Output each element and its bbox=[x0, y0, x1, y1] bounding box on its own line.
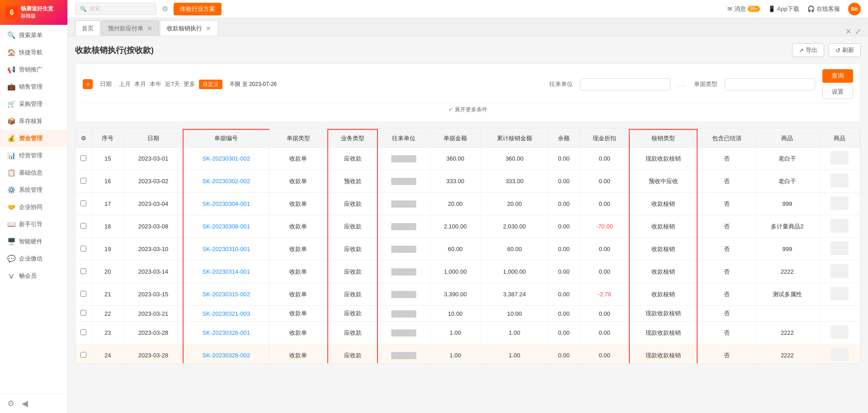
sidebar-item-sales[interactable]: 💼销售管理 bbox=[0, 78, 67, 95]
sidebar-item-vip[interactable]: V畅会员 bbox=[0, 267, 67, 285]
col-bill-type-header: 单据类型 bbox=[269, 129, 327, 147]
sidebar-item-wechat[interactable]: 💬企业微信 bbox=[0, 250, 67, 267]
sidebar-item-hardware[interactable]: 🖥️智能硬件 bbox=[0, 233, 67, 250]
tab-prepay[interactable]: 预付款应付单 ✕ bbox=[101, 20, 159, 36]
sidebar-item-system[interactable]: ⚙️系统管理 bbox=[0, 181, 67, 199]
cell-include-settled: 否 bbox=[697, 261, 755, 283]
message-button[interactable]: ✉ 消息 99+ bbox=[727, 5, 760, 13]
tab-close-all-icon[interactable]: ✕ bbox=[845, 27, 851, 36]
cell-include-settled: 否 bbox=[697, 193, 755, 215]
sidebar-item-operation[interactable]: 📊经营管理 bbox=[0, 147, 67, 164]
tab-collection-close-icon[interactable]: ✕ bbox=[206, 25, 211, 32]
global-search[interactable]: 🔍 搜索... bbox=[75, 3, 156, 15]
headset-icon: 🎧 bbox=[807, 5, 815, 12]
cell-biz-type: 应收款 bbox=[328, 261, 378, 283]
date-curr-year[interactable]: 本年 bbox=[150, 80, 161, 88]
sidebar-item-finance[interactable]: 💰资金管理 bbox=[0, 130, 67, 147]
online-service-button[interactable]: 🎧 在线客服 bbox=[807, 5, 840, 13]
cell-biz-type: 应收款 bbox=[328, 322, 378, 344]
collapse-icon[interactable]: ◀ bbox=[22, 399, 28, 408]
sidebar-item-marketing[interactable]: 📢营销推广 bbox=[0, 61, 67, 78]
date-prev-month[interactable]: 上月 bbox=[119, 80, 131, 88]
app-logo: 6 畅康道好生意 标推版 bbox=[0, 0, 67, 25]
guide-icon: 📖 bbox=[7, 220, 15, 228]
cell-cancel-type: 收款核销 bbox=[629, 193, 697, 215]
query-button[interactable]: 查询 bbox=[822, 69, 853, 83]
filter-more-dots[interactable]: ... bbox=[678, 81, 687, 88]
tab-prepay-close-icon[interactable]: ✕ bbox=[147, 25, 152, 32]
cell-bill-type: 收款单 bbox=[269, 238, 327, 261]
col-goods-header: 商品 bbox=[756, 129, 819, 147]
date-more[interactable]: 更多 bbox=[184, 80, 195, 88]
cell-checkbox[interactable] bbox=[75, 306, 92, 322]
phone-icon: 📱 bbox=[768, 5, 775, 12]
filter-setting-button[interactable]: 设置 bbox=[822, 85, 853, 99]
cell-partner: ██████ bbox=[377, 238, 429, 261]
bill-type-select[interactable]: 收款单 红字收款单 bbox=[725, 78, 815, 90]
cell-checkbox[interactable] bbox=[75, 215, 92, 238]
table-body: 15 2023-03-01 SK-20230301-002 收款单 应收款 ██… bbox=[75, 147, 860, 364]
sidebar-item-inventory[interactable]: 📦库存核算 bbox=[0, 113, 67, 130]
settings-icon[interactable]: ⚙ bbox=[7, 399, 14, 408]
cell-no: 24 bbox=[92, 344, 123, 364]
page-title-bar: 收款核销执行(按收款) ↗ 导出 ↺ 刷新 bbox=[75, 43, 861, 57]
cell-bill-type: 收款单 bbox=[269, 306, 327, 322]
col-settings-header[interactable]: ⚙ bbox=[75, 129, 92, 147]
table-row: 15 2023-03-01 SK-20230301-002 收款单 应收款 ██… bbox=[75, 147, 860, 170]
cell-goods2 bbox=[819, 261, 860, 283]
cell-checkbox[interactable] bbox=[75, 283, 92, 306]
filter-toggle-button[interactable]: » bbox=[83, 79, 93, 89]
cell-balance: 0.00 bbox=[548, 283, 580, 306]
expand-conditions-button[interactable]: ✓ 展开更多条件 bbox=[83, 103, 853, 116]
cell-no: 19 bbox=[92, 238, 123, 261]
cell-partner: ██████ bbox=[377, 215, 429, 238]
date-custom-button[interactable]: 自定义 bbox=[199, 80, 222, 89]
cell-goods2 bbox=[819, 193, 860, 215]
sidebar-item-guide[interactable]: 📖新手引导 bbox=[0, 216, 67, 233]
user-avatar[interactable]: Rit bbox=[848, 3, 861, 15]
tab-maximize-icon[interactable]: ⤢ bbox=[855, 27, 861, 36]
cell-goods: 999 bbox=[756, 193, 819, 215]
cell-goods2 bbox=[819, 283, 860, 306]
cell-bill-amount: 1.00 bbox=[429, 344, 481, 364]
cell-checkbox[interactable] bbox=[75, 238, 92, 261]
page-title: 收款核销执行(按收款) bbox=[75, 45, 154, 56]
cell-checkbox[interactable] bbox=[75, 147, 92, 170]
cell-checkbox[interactable] bbox=[75, 261, 92, 283]
cell-checkbox[interactable] bbox=[75, 344, 92, 364]
message-icon: ✉ bbox=[727, 5, 732, 12]
cell-bill-no: SK-20230328-001 bbox=[183, 322, 269, 344]
table-row: 20 2023-03-14 SK-20230314-001 收款单 应收款 ██… bbox=[75, 261, 860, 283]
cell-biz-type: 应收款 bbox=[328, 193, 378, 215]
data-table: ⚙ 序号 日期 单据编号 单据类型 业务类型 往来单位 单据金额 累计核销金额 … bbox=[75, 129, 860, 364]
main-area: 🔍 搜索... ⚙ 体验行业方案 ✉ 消息 99+ 📱 App下载 🎧 在线客服… bbox=[68, 0, 868, 413]
sidebar-item-purchase[interactable]: 🛒采购管理 bbox=[0, 95, 67, 113]
partner-filter-input[interactable] bbox=[580, 78, 670, 90]
cell-cash-discount: 0.00 bbox=[580, 193, 629, 215]
refresh-button[interactable]: ↺ 刷新 bbox=[829, 43, 861, 57]
tab-home[interactable]: 首页 bbox=[75, 20, 100, 36]
filter-row-1: » 日期 上月 本月 本年 近7天 更多 自定义 不限 至 2023-07-26… bbox=[83, 69, 853, 99]
solution-button[interactable]: 体验行业方案 bbox=[174, 3, 222, 15]
cell-checkbox[interactable] bbox=[75, 170, 92, 193]
cell-date: 2023-03-04 bbox=[123, 193, 183, 215]
cell-cancel-type: 收款核销 bbox=[629, 215, 697, 238]
date-7days[interactable]: 近7天 bbox=[165, 80, 180, 88]
cell-checkbox[interactable] bbox=[75, 193, 92, 215]
cell-checkbox[interactable] bbox=[75, 322, 92, 344]
cell-bill-type: 收款单 bbox=[269, 283, 327, 306]
sidebar-item-basic[interactable]: 📋基础信息 bbox=[0, 164, 67, 181]
cell-cash-discount: 0.00 bbox=[580, 147, 629, 170]
cell-bill-amount: 360.00 bbox=[429, 147, 481, 170]
tab-collection[interactable]: 收款核销执行 ✕ bbox=[160, 20, 218, 36]
settings-gear-icon[interactable]: ⚙ bbox=[162, 5, 168, 13]
export-button[interactable]: ↗ 导出 bbox=[792, 43, 824, 57]
sidebar-label-operation: 经营管理 bbox=[19, 152, 42, 160]
cell-no: 20 bbox=[92, 261, 123, 283]
sidebar-item-enterprise[interactable]: 🤝企业协同 bbox=[0, 199, 67, 216]
date-filter-label: 日期 bbox=[100, 80, 112, 88]
sidebar-item-search[interactable]: 🔍搜索菜单 bbox=[0, 27, 67, 44]
date-curr-month[interactable]: 本月 bbox=[134, 80, 146, 88]
sidebar-item-quicknav[interactable]: 🏠快捷导航 bbox=[0, 44, 67, 61]
app-download-button[interactable]: 📱 App下载 bbox=[768, 5, 799, 13]
